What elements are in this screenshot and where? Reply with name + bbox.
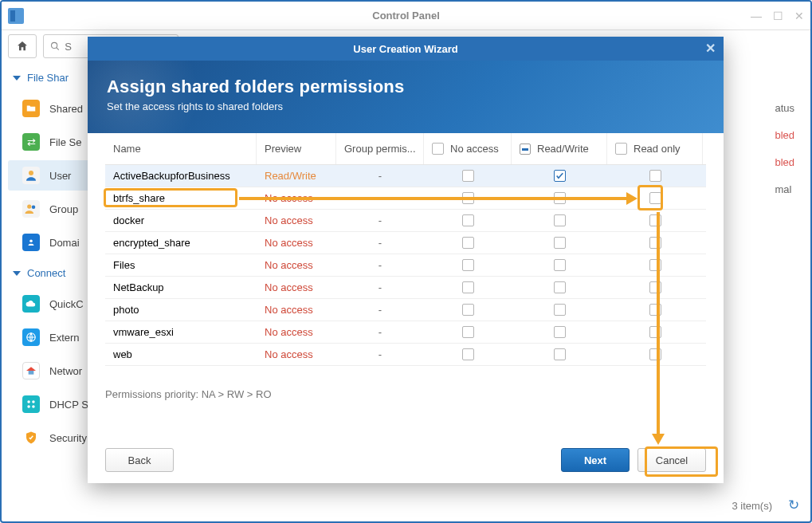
checkbox[interactable] (462, 214, 474, 226)
cell-readonly (607, 237, 703, 249)
sidebar-item-label: File Se (49, 136, 81, 148)
checkbox[interactable] (554, 237, 566, 249)
minimize-button[interactable]: — (751, 10, 762, 22)
checkbox[interactable] (554, 304, 566, 316)
maximize-button[interactable]: ☐ (773, 10, 783, 22)
modal-subheading: Set the access rights to shared folders (107, 100, 704, 112)
close-button[interactable]: ✕ (794, 10, 804, 22)
cell-name: encrypted_share (105, 237, 257, 249)
status-value: bled (775, 156, 794, 183)
modal-heading: Assign shared folders permissions (107, 77, 704, 97)
next-button[interactable]: Next (561, 448, 630, 472)
checkbox[interactable] (554, 259, 566, 271)
table-row[interactable]: vmware_esxiNo access- (105, 321, 706, 344)
noaccess-header-checkbox[interactable] (432, 143, 444, 155)
cancel-button[interactable]: Cancel (637, 448, 706, 472)
checkbox[interactable] (462, 304, 474, 316)
col-name[interactable]: Name (105, 133, 257, 164)
checkbox[interactable] (649, 304, 661, 316)
status-value: mal (775, 183, 794, 210)
home-button[interactable] (8, 34, 37, 58)
checkbox[interactable] (649, 326, 661, 338)
checkbox[interactable] (462, 281, 474, 293)
checkbox[interactable] (649, 214, 661, 226)
checkbox[interactable] (462, 170, 474, 182)
col-readonly[interactable]: Read only (607, 133, 703, 164)
checkbox[interactable] (554, 170, 566, 182)
cell-readonly (607, 259, 703, 271)
network-icon (22, 362, 40, 379)
svg-point-11 (32, 405, 35, 408)
cell-noaccess (424, 192, 512, 204)
cell-group: - (336, 281, 424, 293)
dhcp-icon (22, 395, 40, 413)
checkbox[interactable] (462, 259, 474, 271)
checkbox[interactable] (462, 326, 474, 338)
checkbox[interactable] (554, 326, 566, 338)
cell-readonly (607, 281, 703, 293)
col-preview[interactable]: Preview (257, 133, 336, 164)
cell-group: - (336, 348, 424, 360)
cell-noaccess (424, 304, 512, 316)
readonly-header-checkbox[interactable] (615, 143, 627, 155)
readwrite-header-checkbox[interactable] (520, 144, 531, 155)
svg-point-4 (32, 206, 36, 210)
table-row[interactable]: encrypted_shareNo access- (105, 232, 706, 254)
cell-readonly (607, 192, 703, 204)
sidebar-item-label: User (49, 170, 71, 182)
table-row[interactable]: photoNo access- (105, 299, 706, 321)
cell-readwrite (512, 304, 607, 316)
checkbox[interactable] (554, 348, 566, 360)
priority-note: Permissions priority: NA > RW > RO (105, 388, 724, 400)
checkbox[interactable] (554, 214, 566, 226)
checkbox[interactable] (462, 192, 474, 204)
table-row[interactable]: webNo access- (105, 344, 706, 366)
back-button[interactable]: Back (105, 448, 174, 472)
table-row[interactable]: FilesNo access- (105, 254, 706, 277)
cell-noaccess (424, 281, 512, 293)
checkbox[interactable] (649, 259, 661, 271)
globe-icon (22, 328, 40, 346)
permissions-table: Name Preview Group permis... No access R… (105, 133, 706, 366)
sidebar-item-label: Security (49, 432, 87, 444)
checkbox[interactable] (462, 348, 474, 360)
cell-readonly (607, 170, 703, 182)
checkbox[interactable] (462, 237, 474, 249)
cell-readonly (607, 326, 703, 338)
status-header: atus (775, 102, 794, 129)
sidebar-section-label: Connect (27, 267, 65, 279)
cell-noaccess (424, 348, 512, 360)
cell-noaccess (424, 259, 512, 271)
cell-name: btrfs_share (105, 192, 257, 204)
sidebar-item-label: Group (49, 203, 78, 215)
cell-noaccess (424, 237, 512, 249)
table-row[interactable]: dockerNo access- (105, 210, 706, 232)
modal-titlebar: User Creation Wizard ✕ (88, 37, 724, 61)
cell-group: - (336, 214, 424, 226)
checkbox[interactable] (649, 281, 661, 293)
modal-close-button[interactable]: ✕ (705, 41, 716, 56)
checkbox[interactable] (649, 348, 661, 360)
checkbox[interactable] (649, 237, 661, 249)
sidebar-item-label: QuickC (49, 298, 84, 310)
table-row[interactable]: ActiveBackupforBusinessRead/Write- (105, 165, 706, 187)
item-count: 3 item(s) (732, 500, 772, 512)
checkbox[interactable] (554, 192, 566, 204)
chevron-down-icon (13, 271, 21, 276)
svg-point-8 (27, 400, 30, 403)
checkbox[interactable] (649, 170, 661, 182)
cloud-icon (22, 295, 40, 313)
modal-body: Name Preview Group permis... No access R… (88, 133, 724, 366)
checkbox[interactable] (649, 192, 661, 204)
cell-readwrite (512, 326, 607, 338)
cell-preview: No access (257, 237, 336, 249)
table-row[interactable]: btrfs_shareNo access- (105, 187, 706, 210)
col-readwrite[interactable]: Read/Write (512, 133, 607, 164)
table-row[interactable]: NetBackupNo access- (105, 277, 706, 299)
col-noaccess[interactable]: No access (424, 133, 512, 164)
svg-point-10 (27, 405, 30, 408)
refresh-button[interactable]: ↻ (788, 497, 799, 513)
col-group[interactable]: Group permis... (336, 133, 424, 164)
cell-preview: No access (257, 348, 336, 360)
checkbox[interactable] (554, 281, 566, 293)
